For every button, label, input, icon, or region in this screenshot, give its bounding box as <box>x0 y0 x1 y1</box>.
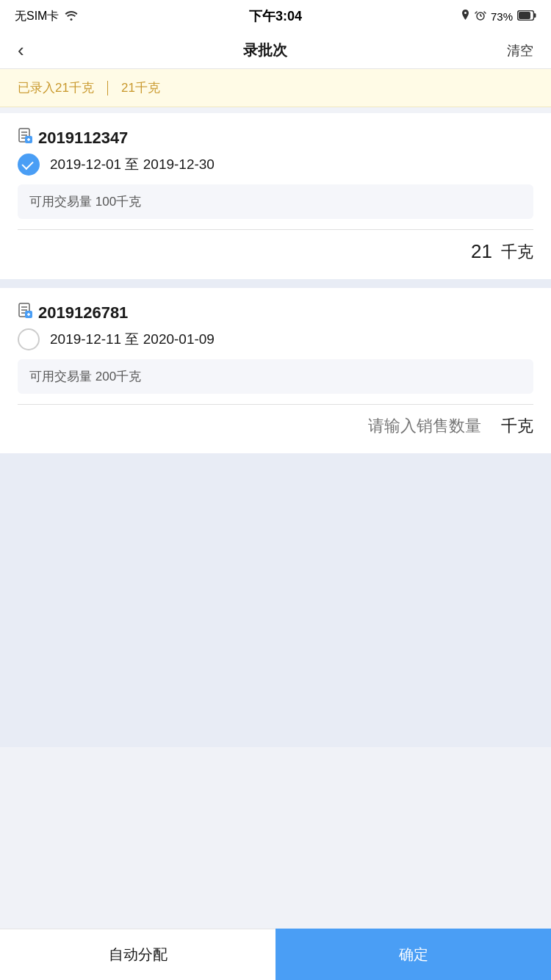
section-divider <box>0 279 551 288</box>
recorded-value: 21千克 <box>121 79 160 96</box>
status-left: 无SIM卡 <box>15 9 79 24</box>
batch-date-row-2[interactable]: 2019-12-11 至 2020-01-09 <box>18 328 533 350</box>
clear-button[interactable]: 清空 <box>507 42 533 60</box>
auto-distribute-button[interactable]: 自动分配 <box>0 929 276 980</box>
quantity-unit-1: 千克 <box>501 241 533 263</box>
batch-header-1: 2019112347 <box>18 128 533 148</box>
confirm-button[interactable]: 确定 <box>276 929 551 980</box>
batch-date-2: 2019-12-11 至 2020-01-09 <box>50 330 215 349</box>
radio-btn-1[interactable] <box>18 154 40 176</box>
bottom-bar: 自动分配 确定 <box>0 929 551 980</box>
battery-label: 73% <box>491 10 513 23</box>
status-time: 下午3:04 <box>249 7 302 25</box>
nav-bar: ‹ 录批次 清空 <box>0 32 551 69</box>
available-box-1: 可用交易量 100千克 <box>18 184 533 219</box>
separator-2 <box>18 404 533 405</box>
batch-id-2: 2019126781 <box>38 303 128 323</box>
batch-id-1: 2019112347 <box>38 129 128 148</box>
svg-rect-4 <box>534 13 536 18</box>
quantity-value-1: 21 <box>471 240 492 263</box>
batch-date-row-1[interactable]: 2019-12-01 至 2019-12-30 <box>18 154 533 176</box>
batch-doc-icon-1 <box>18 128 34 148</box>
info-divider <box>107 81 108 96</box>
page-title: 录批次 <box>243 40 287 60</box>
separator-1 <box>18 229 533 230</box>
batch-doc-icon-2 <box>18 303 34 323</box>
batch-header-2: 2019126781 <box>18 303 533 323</box>
quantity-unit-2: 千克 <box>501 415 533 437</box>
batch-card-1: 2019112347 2019-12-01 至 2019-12-30 可用交易量… <box>0 113 551 279</box>
available-box-2: 可用交易量 200千克 <box>18 359 533 394</box>
svg-rect-5 <box>519 12 530 19</box>
radio-btn-2[interactable] <box>18 328 40 350</box>
back-button[interactable]: ‹ <box>18 39 24 62</box>
quantity-input-row-2[interactable]: 千克 <box>18 408 533 439</box>
empty-area <box>0 453 551 747</box>
carrier-label: 无SIM卡 <box>15 9 59 24</box>
quantity-row-1: 21 千克 <box>18 233 533 264</box>
batch-card-2: 2019126781 2019-12-11 至 2020-01-09 可用交易量… <box>0 288 551 453</box>
location-icon <box>461 10 470 24</box>
status-right: 73% <box>461 10 536 24</box>
batch-date-1: 2019-12-01 至 2019-12-30 <box>50 155 215 174</box>
quantity-input-2[interactable] <box>331 417 492 436</box>
alarm-icon <box>475 10 486 24</box>
recorded-label: 已录入21千克 <box>18 79 94 96</box>
info-banner: 已录入21千克 21千克 <box>0 69 551 107</box>
status-bar: 无SIM卡 下午3:04 73% <box>0 0 551 32</box>
wifi-icon <box>63 9 79 24</box>
battery-icon <box>517 10 536 23</box>
